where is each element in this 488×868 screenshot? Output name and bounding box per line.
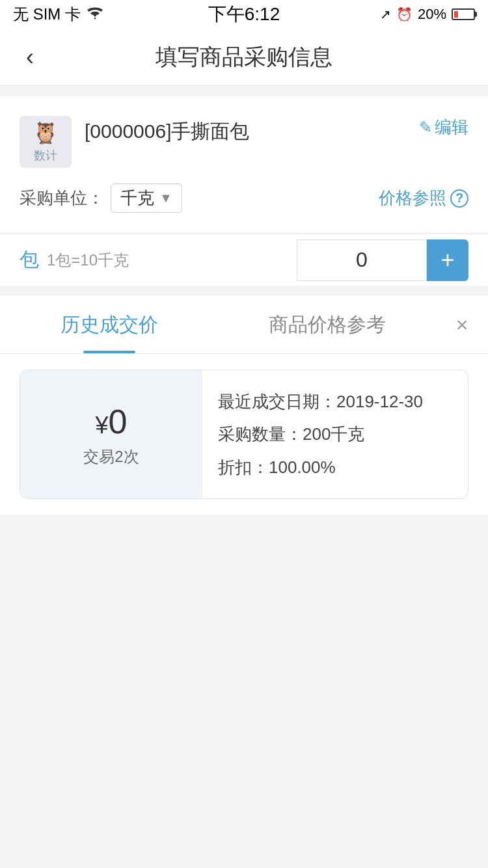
status-bar-left: 无 SIM 卡 <box>13 4 104 25</box>
product-id-name: [0000006]手撕面包 <box>85 116 249 145</box>
status-bar-right: ↗ ⏰ 20% <box>380 6 475 23</box>
quantity-label: 采购数量： <box>218 424 303 444</box>
price-value: 0 <box>109 403 128 441</box>
nav-header: ‹ 填写商品采购信息 <box>0 29 488 86</box>
back-icon: ‹ <box>26 44 34 70</box>
product-logo-icon: 🦉 <box>33 120 59 145</box>
price-ref-label: 价格参照 <box>379 187 446 210</box>
tabs-section: 历史成交价 商品价格参考 × ¥0 交易2次 最近成交日期：2019-12-30… <box>0 296 488 515</box>
quantity-detail-value: 200千克 <box>303 424 364 444</box>
battery-indicator <box>452 8 475 20</box>
edit-label: 编辑 <box>435 116 468 139</box>
tabs-close-button[interactable]: × <box>436 296 488 353</box>
history-trades: 交易2次 <box>83 446 139 467</box>
unit-dropdown-icon: ▼ <box>159 191 172 206</box>
unit-label: 采购单位： <box>20 187 104 210</box>
quantity-conversion: 1包=10千克 <box>47 250 129 271</box>
purchase-quantity-row: 采购数量：200千克 <box>218 422 452 446</box>
history-card: ¥0 交易2次 最近成交日期：2019-12-30 采购数量：200千克 折扣：… <box>20 370 468 499</box>
battery-percent: 20% <box>418 6 446 23</box>
unit-value: 千克 <box>120 187 154 210</box>
quantity-unit-info: 包 1包=10千克 <box>20 247 129 273</box>
price-reference-button[interactable]: 价格参照 ? <box>379 187 468 210</box>
alarm-icon: ⏰ <box>396 7 413 22</box>
tab-history-price[interactable]: 历史成交价 <box>0 296 218 353</box>
quantity-plus-button[interactable]: + <box>427 239 468 281</box>
back-button[interactable]: ‹ <box>20 39 40 75</box>
product-section: 🦉 数计 [0000006]手撕面包 ✎ 编辑 采购单位： 千克 ▼ 价格参照 … <box>0 96 488 232</box>
quantity-row: 包 1包=10千克 0 + <box>0 234 488 286</box>
history-card-right: 最近成交日期：2019-12-30 采购数量：200千克 折扣：100.00% <box>202 370 468 498</box>
quantity-unit-badge: 包 <box>20 247 39 273</box>
status-bar: 无 SIM 卡 下午6:12 ↗ ⏰ 20% <box>0 0 488 29</box>
history-content: ¥0 交易2次 最近成交日期：2019-12-30 采购数量：200千克 折扣：… <box>0 354 488 515</box>
tab-price-reference[interactable]: 商品价格参考 <box>218 296 436 353</box>
bottom-area <box>0 515 488 868</box>
discount-label: 折扣： <box>218 457 269 477</box>
discount-value: 100.00% <box>269 457 336 477</box>
recent-date-value: 2019-12-30 <box>336 392 423 411</box>
recent-date-row: 最近成交日期：2019-12-30 <box>218 390 452 413</box>
tab-history-label: 历史成交价 <box>61 312 158 338</box>
product-image: 🦉 数计 <box>20 116 72 168</box>
wifi-icon <box>86 5 104 23</box>
edit-button[interactable]: ✎ 编辑 <box>419 116 468 139</box>
price-ref-help-icon: ? <box>450 189 468 208</box>
plus-icon: + <box>441 247 454 274</box>
tab-price-ref-label: 商品价格参考 <box>269 312 386 338</box>
product-info: 🦉 数计 [0000006]手撕面包 <box>20 116 249 168</box>
page-title: 填写商品采购信息 <box>156 42 332 72</box>
recent-date-label: 最近成交日期： <box>218 392 336 411</box>
close-icon: × <box>456 313 468 337</box>
tabs-header: 历史成交价 商品价格参考 × <box>0 296 488 354</box>
history-price: ¥0 <box>96 402 128 441</box>
quantity-input[interactable]: 0 <box>297 239 427 281</box>
product-unit-row: 采购单位： 千克 ▼ 价格参照 ? <box>20 183 468 213</box>
unit-selector[interactable]: 千克 ▼ <box>111 183 182 213</box>
location-icon: ↗ <box>380 7 391 22</box>
status-bar-time: 下午6:12 <box>208 2 280 27</box>
discount-row: 折扣：100.00% <box>218 455 452 479</box>
price-symbol: ¥ <box>96 412 109 439</box>
carrier-text: 无 SIM 卡 <box>13 4 81 25</box>
quantity-input-group: 0 + <box>297 239 468 281</box>
product-header: 🦉 数计 [0000006]手撕面包 ✎ 编辑 <box>20 116 468 168</box>
edit-icon: ✎ <box>419 118 432 137</box>
product-logo-text: 数计 <box>34 148 57 163</box>
history-card-left: ¥0 交易2次 <box>20 370 202 498</box>
